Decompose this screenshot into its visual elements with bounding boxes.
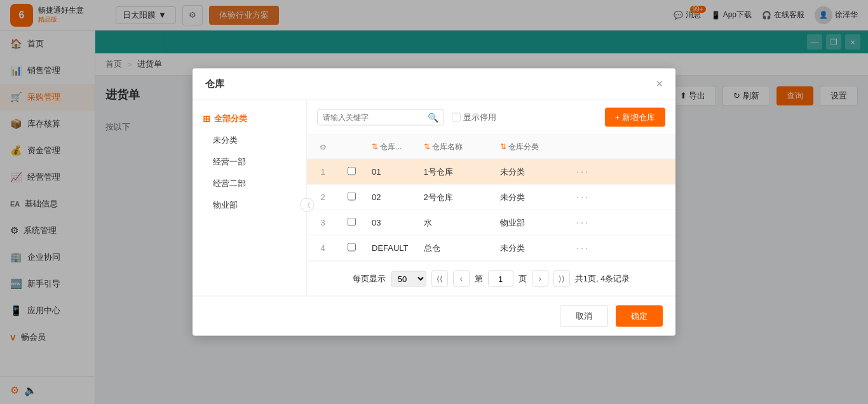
table-header-row: ⚙ ⇅ 仓库... ⇅ 仓库名称 ⇅ — [307, 135, 675, 159]
row-num: 1 — [307, 159, 339, 184]
category-panel: 《 ⊞ 全部分类 未分类 经营一部 经营二部 物业部 — [193, 100, 307, 296]
show-disabled-label: 显示停用 — [463, 112, 496, 123]
show-disabled-checkbox[interactable] — [452, 113, 461, 122]
cancel-button[interactable]: 取消 — [560, 306, 608, 327]
grid-icon: ⊞ — [203, 114, 210, 124]
dialog-footer: 取消 确定 — [193, 296, 675, 336]
row-category: 未分类 — [492, 159, 569, 184]
add-warehouse-button[interactable]: + 新增仓库 — [605, 108, 665, 127]
sort-icon2: ⇅ — [424, 142, 430, 151]
row-name: 2号仓库 — [416, 184, 492, 210]
search-input[interactable] — [323, 113, 428, 122]
row-category: 未分类 — [492, 184, 569, 210]
row-id: 02 — [364, 184, 416, 210]
last-page-button[interactable]: ⟩⟩ — [553, 271, 570, 287]
warehouse-table-wrap: ⚙ ⇅ 仓库... ⇅ 仓库名称 ⇅ — [307, 135, 675, 261]
row-id: 03 — [364, 210, 416, 235]
category-item-unclassified[interactable]: 未分类 — [193, 130, 306, 151]
page-label: 第 — [475, 273, 483, 285]
collapse-button[interactable]: 《 — [300, 198, 314, 212]
first-page-button[interactable]: ⟨⟨ — [431, 271, 448, 287]
table-row[interactable]: 2 02 2号仓库 未分类 ··· — [307, 184, 675, 210]
warehouse-list-panel: 🔍 显示停用 + 新增仓库 ⚙ ⇅ — [307, 100, 675, 296]
show-disabled-wrap: 显示停用 — [452, 112, 496, 123]
th-warehouse-name: ⇅ 仓库名称 — [416, 135, 492, 159]
th-actions — [569, 135, 675, 159]
search-bar: 🔍 显示停用 + 新增仓库 — [307, 100, 675, 135]
per-page-label: 每页显示 — [353, 273, 386, 285]
next-page-button[interactable]: › — [532, 271, 548, 287]
row-actions[interactable]: ··· — [569, 184, 675, 210]
table-row[interactable]: 3 03 水 物业部 ··· — [307, 210, 675, 235]
th-warehouse-id: ⇅ 仓库... — [364, 135, 416, 159]
row-name: 水 — [416, 210, 492, 235]
th-checkbox — [339, 135, 364, 159]
category-item-dept1[interactable]: 经营一部 — [193, 151, 306, 173]
row-id: DEFAULT — [364, 235, 416, 260]
more-icon[interactable]: ··· — [576, 216, 590, 229]
warehouse-table: ⚙ ⇅ 仓库... ⇅ 仓库名称 ⇅ — [307, 135, 675, 261]
page-number-input[interactable] — [488, 271, 513, 287]
all-categories-label: 全部分类 — [214, 113, 247, 125]
page-suffix: 页 — [519, 273, 527, 285]
per-page-select[interactable]: 50 20 100 — [391, 271, 426, 286]
more-icon[interactable]: ··· — [576, 165, 590, 178]
row-checkbox[interactable] — [339, 235, 364, 260]
row-actions[interactable]: ··· — [569, 210, 675, 235]
dialog-body: 《 ⊞ 全部分类 未分类 经营一部 经营二部 物业部 🔍 显示停用 — [193, 100, 675, 296]
total-records: 共1页, 4条记录 — [575, 273, 630, 285]
row-checkbox[interactable] — [339, 184, 364, 210]
confirm-button[interactable]: 确定 — [616, 306, 663, 327]
row-name: 总仓 — [416, 235, 492, 260]
row-num: 4 — [307, 235, 339, 260]
search-input-wrap: 🔍 — [317, 109, 444, 126]
row-category: 未分类 — [492, 235, 569, 260]
sort-icon: ⇅ — [372, 142, 378, 151]
row-actions[interactable]: ··· — [569, 235, 675, 260]
pagination: 每页显示 50 20 100 ⟨⟨ ‹ 第 页 › ⟩⟩ 共1页, 4条记录 — [307, 261, 675, 296]
row-num: 3 — [307, 210, 339, 235]
row-id: 01 — [364, 159, 416, 184]
dialog-title: 仓库 — [205, 78, 224, 90]
row-actions[interactable]: ··· — [569, 159, 675, 184]
sort-icon3: ⇅ — [500, 142, 506, 151]
more-icon[interactable]: ··· — [576, 241, 590, 254]
warehouse-dialog: 仓库 × 《 ⊞ 全部分类 未分类 经营一部 经营二部 物业部 🔍 — [193, 69, 675, 336]
row-checkbox[interactable] — [339, 210, 364, 235]
th-warehouse-category: ⇅ 仓库分类 — [492, 135, 569, 159]
table-row[interactable]: 1 01 1号仓库 未分类 ··· — [307, 159, 675, 184]
category-item-property[interactable]: 物业部 — [193, 194, 306, 216]
prev-page-button[interactable]: ‹ — [453, 271, 470, 287]
more-icon[interactable]: ··· — [576, 191, 590, 203]
all-categories[interactable]: ⊞ 全部分类 — [193, 108, 306, 130]
row-category: 物业部 — [492, 210, 569, 235]
dialog-close-button[interactable]: × — [656, 77, 663, 91]
dialog-header: 仓库 × — [193, 69, 675, 100]
search-icon: 🔍 — [428, 112, 438, 123]
th-settings[interactable]: ⚙ — [307, 135, 339, 159]
category-item-dept2[interactable]: 经营二部 — [193, 173, 306, 194]
row-name: 1号仓库 — [416, 159, 492, 184]
table-row[interactable]: 4 DEFAULT 总仓 未分类 ··· — [307, 235, 675, 260]
row-checkbox[interactable] — [339, 159, 364, 184]
